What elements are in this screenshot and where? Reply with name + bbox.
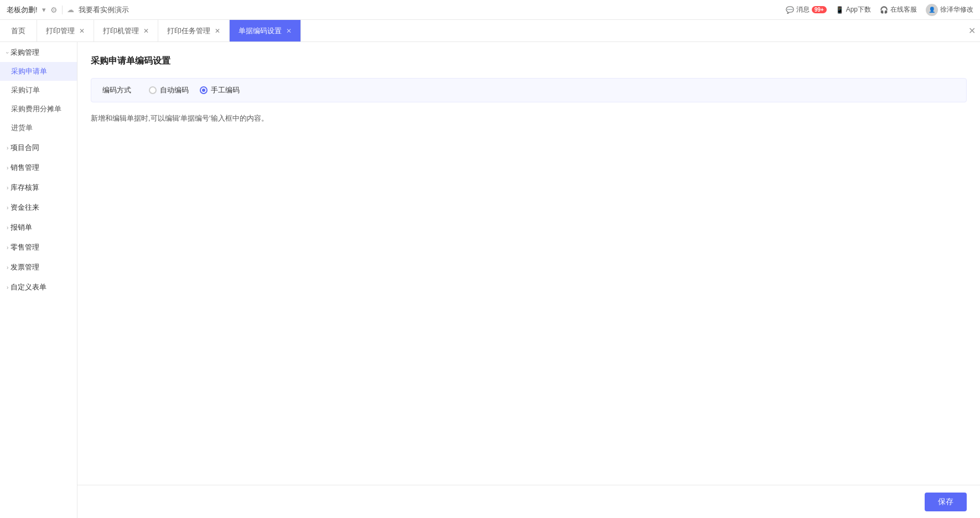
app-icon: 📱: [836, 6, 844, 14]
sidebar-group-purchase-label: 采购管理: [11, 48, 39, 58]
tabsbar: 首页 打印管理 ✕ 打印机管理 ✕ 打印任务管理 ✕ 单据编码设置 ✕ ✕: [0, 20, 980, 42]
tab-print-mgmt-close[interactable]: ✕: [79, 28, 85, 34]
sidebar: › 采购管理 采购申请单 采购订单 采购费用分摊单 进货单 › 项目合同: [0, 42, 77, 518]
radio-auto-label: 自动编码: [160, 85, 189, 95]
main-content: 采购申请单编码设置 编码方式 自动编码 手工编码 新增和编辑单据时,可以编辑'单…: [77, 42, 980, 518]
sidebar-item-purchase-order[interactable]: 采购订单: [0, 81, 77, 100]
sidebar-group-invoice-label: 发票管理: [11, 262, 39, 272]
radio-manual-label: 手工编码: [211, 85, 240, 95]
encoding-label: 编码方式: [102, 85, 136, 95]
radio-auto[interactable]: 自动编码: [149, 85, 189, 95]
sidebar-group-capital-title[interactable]: › 资金往来: [0, 197, 77, 217]
sidebar-group-custom-forms: › 自定义表单: [0, 277, 77, 297]
online-service-label: 在线客服: [890, 5, 917, 14]
sidebar-item-stock-in[interactable]: 进货单: [0, 118, 77, 137]
encoding-form: 编码方式 自动编码 手工编码: [91, 78, 967, 102]
settings-icon[interactable]: ⚙: [50, 6, 58, 14]
user-avatar-area[interactable]: 👤 徐泽华修改: [926, 4, 973, 16]
tab-print-task-mgmt-close[interactable]: ✕: [215, 28, 220, 34]
headset-icon: 🎧: [880, 6, 888, 14]
sidebar-group-sales: › 销售管理: [0, 157, 77, 177]
sidebar-group-retail-label: 零售管理: [11, 242, 39, 252]
sidebar-group-custom-forms-title[interactable]: › 自定义表单: [0, 277, 77, 297]
radio-manual[interactable]: 手工编码: [200, 85, 240, 95]
sidebar-item-stock-in-label: 进货单: [11, 123, 33, 132]
sidebar-group-capital-label: 资金往来: [11, 203, 39, 213]
notice-label: 消息: [796, 5, 810, 14]
chevron-right-icon-2: ›: [7, 165, 8, 171]
chevron-right-icon-8: ›: [7, 284, 8, 291]
radio-auto-circle: [149, 86, 157, 94]
sidebar-group-purchase-title[interactable]: › 采购管理: [0, 42, 77, 62]
chevron-right-icon-7: ›: [7, 265, 8, 271]
chevron-right-icon-3: ›: [7, 185, 8, 191]
sidebar-group-sales-label: 销售管理: [11, 163, 39, 173]
avatar: 👤: [926, 4, 938, 16]
tab-home[interactable]: 首页: [0, 20, 37, 42]
radio-group: 自动编码 手工编码: [149, 85, 240, 95]
footer-bar: 保存: [77, 485, 980, 518]
chevron-right-icon-5: ›: [7, 225, 8, 231]
sidebar-item-purchase-request-label: 采购申请单: [11, 67, 47, 75]
sidebar-group-custom-forms-label: 自定义表单: [11, 282, 46, 292]
save-button[interactable]: 保存: [925, 493, 967, 511]
tab-barcode-settings-close[interactable]: ✕: [286, 28, 292, 34]
radio-manual-circle: [200, 86, 208, 94]
notice-icon: 💬: [786, 6, 794, 14]
sidebar-group-returns-title[interactable]: › 报销单: [0, 217, 77, 237]
tab-home-label: 首页: [11, 26, 25, 36]
user-name: 徐泽华修改: [940, 5, 973, 14]
app-download-label: App下数: [846, 5, 871, 14]
sidebar-group-inventory-title[interactable]: › 库存核算: [0, 177, 77, 197]
sidebar-group-retail-title[interactable]: › 零售管理: [0, 237, 77, 257]
sidebar-group-purchase: › 采购管理 采购申请单 采购订单 采购费用分摊单 进货单: [0, 42, 77, 137]
sidebar-group-retail: › 零售管理: [0, 237, 77, 257]
sidebar-item-purchase-expense[interactable]: 采购费用分摊单: [0, 100, 77, 118]
hint-text: 新增和编辑单据时,可以编辑'单据编号'输入框中的内容。: [91, 111, 967, 126]
layout: › 采购管理 采购申请单 采购订单 采购费用分摊单 进货单 › 项目合同: [0, 42, 980, 518]
sidebar-item-purchase-order-label: 采购订单: [11, 86, 40, 94]
tab-printer-mgmt-close[interactable]: ✕: [143, 28, 149, 34]
sidebar-group-invoice: › 发票管理: [0, 257, 77, 277]
topbar-right: 💬 消息 99+ 📱 App下数 🎧 在线客服 👤 徐泽华修改: [786, 4, 973, 16]
tab-barcode-settings-label: 单据编码设置: [238, 26, 282, 36]
topbar: 老板勿删! ▾ ⚙ ☁ 我要看实例演示 💬 消息 99+ 📱 App下数 🎧 在…: [0, 0, 980, 20]
app-download-button[interactable]: 📱 App下数: [836, 5, 871, 14]
tab-printer-mgmt[interactable]: 打印机管理 ✕: [94, 20, 158, 42]
sidebar-group-inventory-label: 库存核算: [11, 183, 39, 193]
cloud-icon: ☁: [67, 6, 74, 14]
tabs-close-all[interactable]: ✕: [968, 25, 976, 36]
sidebar-group-project-contract: › 项目合同: [0, 137, 77, 157]
sidebar-group-returns-label: 报销单: [11, 222, 32, 232]
sidebar-group-project-contract-title[interactable]: › 项目合同: [0, 137, 77, 157]
online-service-button[interactable]: 🎧 在线客服: [880, 5, 917, 14]
sidebar-group-inventory: › 库存核算: [0, 177, 77, 197]
content-area: 采购申请单编码设置 编码方式 自动编码 手工编码 新增和编辑单据时,可以编辑'单…: [77, 42, 980, 485]
tab-print-mgmt-label: 打印管理: [46, 26, 75, 36]
notice-badge: 99+: [812, 6, 827, 13]
sidebar-item-purchase-request[interactable]: 采购申请单: [0, 62, 77, 81]
dropdown-icon[interactable]: ▾: [42, 6, 46, 14]
page-title: 采购申请单编码设置: [91, 55, 967, 67]
tab-barcode-settings[interactable]: 单据编码设置 ✕: [230, 20, 301, 42]
tab-print-task-mgmt[interactable]: 打印任务管理 ✕: [158, 20, 230, 42]
chevron-right-icon-6: ›: [7, 245, 8, 251]
chevron-down-icon: ›: [4, 51, 11, 53]
chevron-right-icon-1: ›: [7, 145, 8, 151]
demo-link[interactable]: 我要看实例演示: [79, 5, 129, 15]
sidebar-group-capital: › 资金往来: [0, 197, 77, 217]
sidebar-item-purchase-expense-label: 采购费用分摊单: [11, 105, 61, 113]
notice-button[interactable]: 💬 消息 99+: [786, 5, 827, 14]
sidebar-group-invoice-title[interactable]: › 发票管理: [0, 257, 77, 277]
topbar-left: 老板勿删! ▾ ⚙ ☁ 我要看实例演示: [7, 5, 129, 15]
sidebar-group-returns: › 报销单: [0, 217, 77, 237]
sidebar-group-project-contract-label: 项目合同: [11, 143, 39, 153]
tab-print-mgmt[interactable]: 打印管理 ✕: [37, 20, 94, 42]
chevron-right-icon-4: ›: [7, 205, 8, 211]
tab-print-task-mgmt-label: 打印任务管理: [167, 26, 210, 36]
tab-printer-mgmt-label: 打印机管理: [103, 26, 139, 36]
sidebar-group-sales-title[interactable]: › 销售管理: [0, 157, 77, 177]
logo-text: 老板勿删!: [7, 5, 38, 15]
